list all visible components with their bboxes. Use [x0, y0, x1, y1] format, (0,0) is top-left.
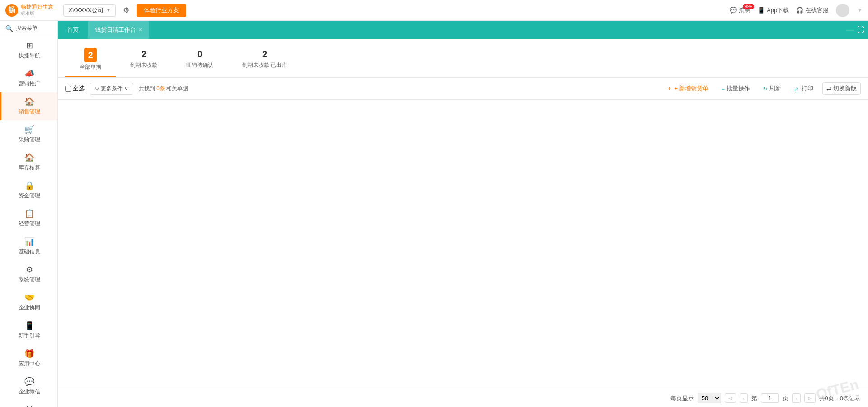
stat-label-0: 全部单据	[80, 63, 101, 71]
select-all-input[interactable]	[65, 86, 71, 92]
page-prev-button[interactable]: ‹	[740, 393, 748, 403]
search-menu-item[interactable]: 🔍 搜索菜单	[0, 21, 57, 36]
print-button[interactable]: 🖨 打印	[790, 83, 817, 94]
logo-name: 畅捷通好生意	[21, 4, 53, 11]
found-text: 共找到 0条 相关单据	[139, 85, 188, 93]
sidebar-item-enterprise[interactable]: 🤝企业协同	[0, 288, 57, 316]
close-icon[interactable]: ×	[139, 27, 142, 33]
add-icon: ＋	[666, 84, 672, 93]
found-count: 0条	[156, 85, 165, 92]
filter-button[interactable]: ▽ 更多条件 ∨	[90, 83, 133, 95]
switch-icon: ⇄	[826, 85, 831, 92]
header-right: 💬 消息 99+ 📱 App下载 🎧 在线客服 ▼	[730, 4, 863, 17]
logo-icon: 畅	[5, 4, 18, 17]
tab-label: 钱货日清工作台	[95, 26, 136, 34]
member-icon: V	[27, 405, 32, 407]
stat-card-3[interactable]: 2到期未收款 已出库	[228, 44, 302, 77]
inventory-icon: 🏠	[24, 153, 34, 163]
table-area	[58, 100, 868, 389]
search-menu-label: 搜索菜单	[16, 24, 38, 32]
basic-info-icon: 📊	[24, 237, 34, 247]
weixin-icon: 💬	[24, 377, 34, 387]
page-number-input[interactable]	[761, 393, 779, 403]
filter-icon: ▽	[95, 85, 99, 92]
page-first-button[interactable]: ⊲	[725, 393, 736, 403]
select-all-checkbox[interactable]: 全选	[65, 84, 85, 93]
tab-maximize-button[interactable]: ⛶	[857, 26, 864, 34]
operations-icon: 📋	[24, 209, 34, 219]
tab-home[interactable]: 首页	[58, 21, 88, 39]
sidebar-item-finance[interactable]: 🔒资金管理	[0, 176, 57, 204]
batch-button[interactable]: ≡ 批量操作	[717, 83, 754, 94]
sidebar-item-system[interactable]: ⚙系统管理	[0, 260, 57, 288]
sidebar-item-purchase[interactable]: 🛒采购管理	[0, 120, 57, 148]
message-button[interactable]: 💬 消息 99+	[730, 6, 750, 14]
app-download-label: App下载	[767, 6, 789, 14]
pagination-bar: 每页显示 102050100 ⊲ ‹ 第 页 › ⊳ 共0页，0条记录	[58, 389, 868, 407]
tab-qianghuo[interactable]: 钱货日清工作台 ×	[88, 21, 149, 39]
sidebar-item-sales[interactable]: 🏠销售管理	[0, 92, 57, 120]
sidebar-item-inventory[interactable]: 🏠库存核算	[0, 148, 57, 176]
batch-icon: ≡	[721, 85, 725, 92]
sidebar-item-label-app-center: 应用中心	[19, 360, 40, 368]
sidebar-item-label-quick-nav: 快捷导航	[19, 52, 40, 60]
system-icon: ⚙	[26, 265, 33, 275]
sidebar-item-label-marketing: 营销推广	[19, 80, 40, 88]
sidebar-item-weixin[interactable]: 💬企业微信	[0, 372, 57, 400]
page-next-button[interactable]: ›	[792, 393, 800, 403]
stat-num-1: 2	[141, 48, 146, 61]
logo-area: 畅 畅捷通好生意 标准版	[5, 4, 63, 17]
sidebar-item-label-basic-info: 基础信息	[19, 248, 40, 256]
stat-card-0[interactable]: 2全部单据	[65, 44, 116, 77]
quick-nav-icon: ⊞	[26, 41, 33, 51]
stats-bar: 2全部单据2到期未收款0旺辅待确认2到期未收款 已出库	[58, 39, 868, 78]
page-last-button[interactable]: ⊳	[804, 393, 816, 403]
sidebar-item-label-guide: 新手引导	[19, 332, 40, 340]
tab-minimize-button[interactable]: —	[846, 26, 854, 34]
sidebar-item-basic-info[interactable]: 📊基础信息	[0, 232, 57, 260]
experience-button[interactable]: 体验行业方案	[137, 4, 186, 17]
page-suffix: 页	[783, 394, 788, 402]
sidebar-item-label-purchase: 采购管理	[19, 136, 40, 144]
switch-version-button[interactable]: ⇄ 切换新版	[822, 82, 861, 95]
sidebar-item-label-inventory: 库存核算	[19, 164, 40, 172]
online-service-button[interactable]: 🎧 在线客服	[796, 6, 829, 14]
per-page-select[interactable]: 102050100	[698, 393, 721, 403]
home-tab-label: 首页	[67, 26, 79, 34]
sidebar-item-label-operations: 经营管理	[19, 220, 40, 228]
sidebar-item-guide[interactable]: 📱新手引导	[0, 316, 57, 344]
total-label: 共0页，0条记录	[819, 394, 861, 402]
sidebar-item-quick-nav[interactable]: ⊞快捷导航	[0, 36, 57, 64]
enterprise-icon: 🤝	[24, 293, 34, 303]
print-icon: 🖨	[794, 85, 800, 92]
avatar[interactable]	[836, 4, 849, 17]
tab-bar-right: — ⛶	[846, 26, 868, 34]
message-icon: 💬	[730, 7, 737, 14]
sidebar-item-member[interactable]: V畅会员	[0, 400, 57, 407]
stat-num-3: 2	[262, 48, 267, 61]
chevron-down-icon: ▼	[106, 8, 111, 13]
company-selector[interactable]: XXXXXX公司 ▼	[63, 4, 116, 17]
logo-sub: 标准版	[21, 10, 53, 17]
message-badge: 99+	[743, 4, 754, 9]
app-download-button[interactable]: 📱 App下载	[758, 6, 789, 14]
service-icon: 🎧	[796, 7, 803, 14]
stat-num-2: 0	[197, 48, 202, 61]
refresh-icon: ↻	[763, 85, 768, 92]
user-name[interactable]: ▼	[857, 7, 863, 14]
search-icon: 🔍	[5, 25, 13, 32]
sidebar-item-label-finance: 资金管理	[19, 192, 40, 200]
stat-card-2[interactable]: 0旺辅待确认	[172, 44, 228, 77]
stat-card-1[interactable]: 2到期未收款	[116, 44, 172, 77]
finance-icon: 🔒	[24, 181, 34, 191]
filter-label: 更多条件	[101, 85, 123, 93]
settings-button[interactable]: ⚙	[119, 4, 133, 17]
refresh-button[interactable]: ↻ 刷新	[759, 83, 785, 94]
sidebar-item-app-center[interactable]: 🎁应用中心	[0, 344, 57, 372]
add-sale-button[interactable]: ＋ + 新增销货单	[663, 83, 712, 94]
sidebar-item-operations[interactable]: 📋经营管理	[0, 204, 57, 232]
stat-label-3: 到期未收款 已出库	[242, 61, 287, 69]
stat-label-1: 到期未收款	[130, 61, 157, 69]
sidebar-item-marketing[interactable]: 📣营销推广	[0, 64, 57, 92]
download-icon: 📱	[758, 7, 765, 14]
